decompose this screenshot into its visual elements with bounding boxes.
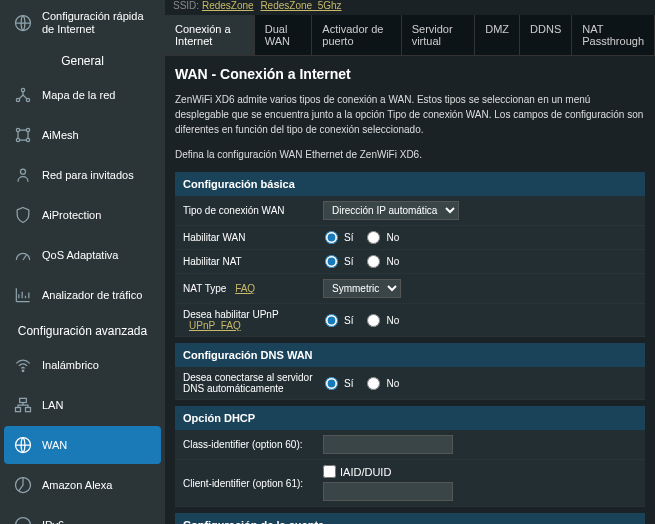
tab-ddns[interactable]: DDNS [520,15,572,55]
nav-label: Red para invitados [42,169,134,182]
ssid-link[interactable]: RedesZone_5Ghz [260,0,341,11]
yes-label: Sí [344,315,353,326]
sidebar-item-aiprotection[interactable]: AiProtection [4,196,161,234]
no-label: No [386,232,399,243]
nav-label: Configuración rápida de Internet [42,10,153,36]
svg-point-15 [16,518,31,524]
tabs: Conexión a Internet Dual WAN Activador d… [165,15,655,56]
radio-nat-no[interactable] [367,255,380,268]
svg-point-1 [21,89,24,92]
iaid-label: IAID/DUID [340,466,391,478]
no-label: No [386,256,399,267]
mesh-icon [12,124,34,146]
nav-label: QoS Adaptativa [42,249,118,262]
section-title-advanced: Configuración avanzada [0,316,165,344]
nav-label: AiMesh [42,129,79,142]
section-title-general: General [0,46,165,74]
guest-icon [12,164,34,186]
select-wan-type[interactable]: Dirección IP automática [323,201,459,220]
nav-label: IPv6 [42,519,64,524]
sidebar-item-qos[interactable]: QoS Adaptativa [4,236,161,274]
svg-point-6 [16,139,19,142]
radio-dns-no[interactable] [367,377,380,390]
svg-point-7 [26,139,29,142]
tab-dual-wan[interactable]: Dual WAN [255,15,313,55]
svg-point-8 [21,170,26,175]
nav-label: LAN [42,399,63,412]
tab-port-trigger[interactable]: Activador de puerto [312,15,401,55]
svg-point-4 [16,129,19,132]
shield-icon [12,204,34,226]
description-1: ZenWiFi XD6 admite varios tipos de conex… [175,92,645,137]
label-class-id: Class-identifier (option 60): [183,439,323,450]
nav-label: Inalámbrico [42,359,99,372]
sidebar-item-ipv6[interactable]: IPv6 [4,506,161,524]
wifi-icon [12,354,34,376]
yes-label: Sí [344,378,353,389]
section-basic: Configuración básica [175,172,645,196]
ssid-bar: SSID: RedesZone RedesZone_5Ghz [165,0,655,15]
sidebar-item-lan[interactable]: LAN [4,386,161,424]
nav-label: Amazon Alexa [42,479,112,492]
label-wan-type: Tipo de conexión WAN [183,205,323,216]
sidebar-item-wireless[interactable]: Inalámbrico [4,346,161,384]
radio-wan-yes[interactable] [325,231,338,244]
input-class-id[interactable] [323,435,453,454]
svg-rect-12 [26,408,31,412]
sidebar-item-alexa[interactable]: Amazon Alexa [4,466,161,504]
label-dns-auto: Desea conectarse al servidor DNS automát… [183,372,323,394]
page-title: WAN - Conexión a Internet [175,66,645,82]
globe-icon [12,12,34,34]
globe-icon [12,434,34,456]
sidebar-item-network-map[interactable]: Mapa de la red [4,76,161,114]
faq-link[interactable]: FAQ [235,283,255,294]
alexa-icon [12,474,34,496]
svg-rect-11 [16,408,21,412]
nav-label: WAN [42,439,67,452]
map-icon [12,84,34,106]
section-account: Configuración de la cuenta [175,513,645,524]
sidebar-item-guest-network[interactable]: Red para invitados [4,156,161,194]
radio-upnp-no[interactable] [367,314,380,327]
section-dhcp: Opción DHCP [175,406,645,430]
label-client-id: Client-identifier (option 61): [183,478,323,489]
no-label: No [386,378,399,389]
section-dns: Configuración DNS WAN [175,343,645,367]
label-enable-nat: Habilitar NAT [183,256,323,267]
radio-upnp-yes[interactable] [325,314,338,327]
tab-internet[interactable]: Conexión a Internet [165,15,255,55]
label-upnp: Desea habilitar UPnP UPnP_FAQ [183,309,323,331]
label-enable-wan: Habilitar WAN [183,232,323,243]
radio-nat-yes[interactable] [325,255,338,268]
nav-label: AiProtection [42,209,101,222]
nav-label: Analizador de tráfico [42,289,142,302]
tab-dmz[interactable]: DMZ [475,15,520,55]
lan-icon [12,394,34,416]
input-client-id[interactable] [323,482,453,501]
select-nat-type[interactable]: Symmetric [323,279,401,298]
main-content: SSID: RedesZone RedesZone_5Ghz Conexión … [165,0,655,524]
description-2: Defina la configuración WAN Ethernet de … [175,147,645,162]
radio-dns-yes[interactable] [325,377,338,390]
upnp-faq-link[interactable]: UPnP_FAQ [189,320,241,331]
checkbox-iaid[interactable] [323,465,336,478]
sidebar-item-quick-setup[interactable]: Configuración rápida de Internet [4,2,161,44]
radio-wan-no[interactable] [367,231,380,244]
label-nat-type: NAT Type FAQ [183,283,323,294]
yes-label: Sí [344,232,353,243]
nav-label: Mapa de la red [42,89,115,102]
gauge-icon [12,244,34,266]
svg-point-9 [22,370,24,372]
chart-icon [12,284,34,306]
tab-virtual-server[interactable]: Servidor virtual [402,15,476,55]
tab-nat-pass[interactable]: NAT Passthrough [572,15,655,55]
svg-rect-10 [20,399,27,403]
yes-label: Sí [344,256,353,267]
sidebar-item-wan[interactable]: WAN [4,426,161,464]
ipv6-icon [12,514,34,524]
sidebar-item-aimesh[interactable]: AiMesh [4,116,161,154]
sidebar-item-traffic[interactable]: Analizador de tráfico [4,276,161,314]
svg-point-5 [26,129,29,132]
ssid-label: SSID: [173,0,199,11]
ssid-link[interactable]: RedesZone [202,0,254,11]
